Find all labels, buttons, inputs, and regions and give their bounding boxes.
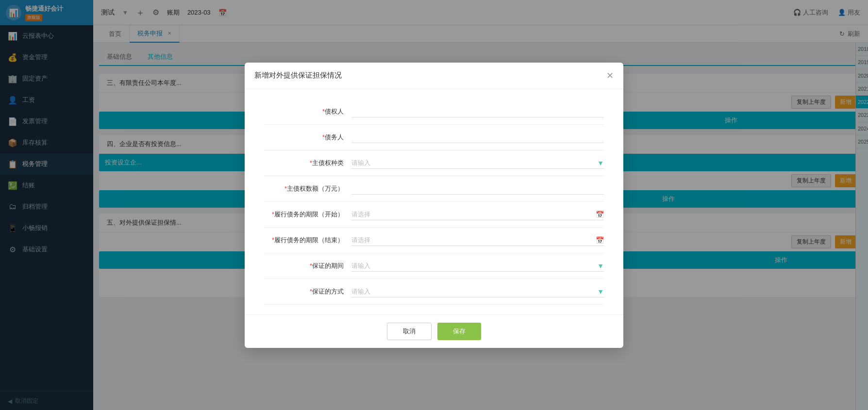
field-lxqixian-end-label: *履行债务的期限（结束） (264, 236, 351, 245)
field-lxqixian-start: *履行债务的期限（开始） 📅 (264, 202, 604, 228)
dialog-title: 新增对外提供保证担保情况 (254, 71, 342, 80)
save-button[interactable]: 保存 (437, 323, 481, 340)
field-lxqixian-end: *履行债务的期限（结束） 📅 (264, 228, 604, 253)
field-baozhengfangshi-label: *保证的方式 (264, 287, 351, 296)
field-zhuzhaizhonglei-control: ▼ (351, 157, 604, 169)
field-zhaiwuren: *债务人 (264, 125, 604, 150)
field-baozhengfangshi: *保证的方式 ▼ (264, 279, 604, 305)
zhuzhaishu-input[interactable] (351, 183, 604, 195)
field-zhaiwuren-control (351, 131, 604, 143)
cancel-button[interactable]: 取消 (387, 323, 432, 340)
field-lxqixian-start-label: *履行债务的期限（开始） (264, 210, 351, 219)
lxqixian-start-input[interactable] (351, 209, 604, 220)
field-zhuzhaishu-control (351, 183, 604, 195)
field-lxqixian-end-control: 📅 (351, 234, 604, 246)
dialog-overlay: 新增对外提供保证担保情况 ✕ *债权人 *债务人 (0, 0, 868, 410)
field-zhuzhaizhonglei: *主债权种类 ▼ (264, 150, 604, 176)
zhaiquanren-input[interactable] (351, 106, 604, 117)
zhaiwuren-input[interactable] (351, 131, 604, 143)
field-baozhengfangshi-control: ▼ (351, 286, 604, 297)
field-baozhengjijian-control: ▼ (351, 260, 604, 272)
field-zhaiwuren-label: *债务人 (264, 133, 351, 142)
lxqixian-end-input[interactable] (351, 234, 604, 246)
field-zhaiquanren-label: *债权人 (264, 107, 351, 116)
field-zhuzhaishu: *主债权数额（万元） (264, 176, 604, 202)
dialog-body: *债权人 *债务人 *主债权种类 (245, 89, 623, 314)
dialog-close-button[interactable]: ✕ (606, 70, 614, 81)
dialog-footer: 取消 保存 (245, 314, 623, 348)
field-zhuzhaishu-label: *主债权数额（万元） (264, 184, 351, 193)
dialog-header: 新增对外提供保证担保情况 ✕ (245, 63, 623, 89)
field-zhaiquanren-control (351, 106, 604, 117)
zhuzhaizhonglei-input[interactable] (351, 157, 604, 169)
baozhengfangshi-input[interactable] (351, 286, 604, 297)
field-zhaiquanren: *债权人 (264, 99, 604, 125)
field-lxqixian-start-control: 📅 (351, 209, 604, 220)
field-zhuzhaizhonglei-label: *主债权种类 (264, 159, 351, 167)
baozhengjijian-input[interactable] (351, 260, 604, 272)
add-guarantee-dialog: 新增对外提供保证担保情况 ✕ *债权人 *债务人 (245, 63, 623, 348)
field-baozhengjijian-label: *保证的期间 (264, 262, 351, 270)
field-baozhengjijian: *保证的期间 ▼ (264, 253, 604, 279)
